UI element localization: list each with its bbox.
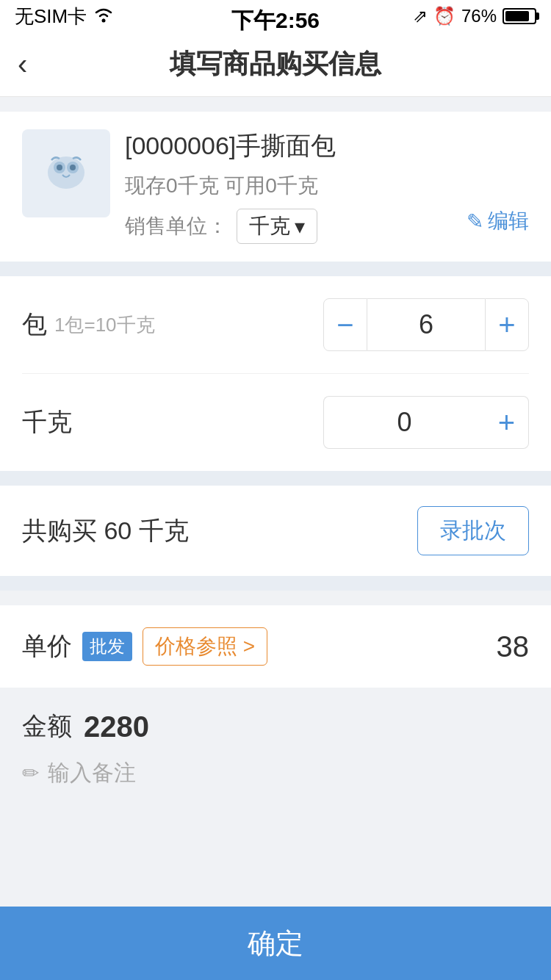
battery-percent: 76% — [461, 6, 497, 26]
price-ref-button[interactable]: 价格参照 > — [143, 627, 267, 666]
product-name: [0000006]手撕面包 — [125, 129, 529, 163]
section-divider-1 — [0, 262, 551, 276]
price-label: 单价 — [22, 630, 72, 663]
carrier-text: 无SIM卡 — [15, 4, 87, 29]
edit-label: 编辑 — [488, 207, 529, 235]
kg-label: 千克 — [22, 406, 72, 439]
unit-selector[interactable]: 千克 ▾ — [237, 209, 317, 244]
price-tag: 批发 — [82, 632, 132, 661]
kg-qty-input[interactable] — [323, 396, 485, 449]
package-plus-button[interactable]: + — [485, 298, 529, 351]
note-placeholder: 输入备注 — [48, 758, 136, 788]
alarm-icon: ⏰ — [433, 6, 455, 26]
unit-label: 销售单位： — [125, 212, 228, 240]
edit-button[interactable]: ✎ 编辑 — [467, 207, 529, 235]
package-minus-button[interactable]: − — [323, 298, 367, 351]
battery-icon — [503, 8, 536, 24]
product-card: [0000006]手撕面包 现存0千克 可用0千克 销售单位： 千克 ▾ ✎ 编… — [0, 112, 551, 262]
amount-section: 金额 2280 ✏ 输入备注 — [0, 688, 551, 803]
page-title: 填写商品购买信息 — [170, 46, 381, 82]
price-section: 单价 批发 价格参照 > 38 — [0, 605, 551, 688]
owl-icon — [40, 147, 92, 200]
status-bar: 无SIM卡 下午2:56 ⇗ ⏰ 76% — [0, 0, 551, 32]
package-label: 包 1包=10千克 — [22, 308, 155, 342]
pencil-icon: ✏ — [22, 761, 39, 785]
package-qty-control: − + — [323, 298, 529, 351]
svg-point-5 — [70, 165, 76, 170]
batch-button[interactable]: 录批次 — [417, 506, 529, 555]
confirm-bar[interactable]: 确定 — [0, 907, 551, 980]
total-text: 共购买 60 千克 — [22, 514, 189, 548]
kg-label-text: 千克 — [22, 406, 72, 439]
svg-point-1 — [48, 156, 84, 189]
amount-row: 金额 2280 — [22, 710, 529, 743]
dropdown-icon: ▾ — [295, 215, 305, 239]
product-image — [22, 129, 110, 217]
confirm-text: 确定 — [248, 925, 303, 962]
edit-icon: ✎ — [467, 209, 483, 234]
package-sub-text: 1包=10千克 — [54, 312, 155, 338]
amount-value: 2280 — [84, 710, 149, 743]
price-left: 单价 批发 价格参照 > — [22, 627, 267, 666]
kg-qty-control: + — [323, 396, 529, 449]
section-divider-3 — [0, 576, 551, 591]
status-right: ⇗ ⏰ 76% — [413, 6, 536, 26]
package-input-row: 包 1包=10千克 − + — [22, 276, 529, 374]
svg-point-0 — [102, 18, 106, 22]
status-left: 无SIM卡 — [15, 4, 115, 29]
package-label-text: 包 — [22, 308, 47, 342]
back-button[interactable]: ‹ — [18, 48, 27, 81]
unit-value: 千克 — [249, 212, 290, 240]
wifi-icon — [93, 5, 115, 28]
time-display: 下午2:56 — [231, 6, 320, 36]
product-stock: 现存0千克 可用0千克 — [125, 172, 529, 200]
kg-plus-button[interactable]: + — [485, 396, 529, 449]
total-row: 共购买 60 千克 录批次 — [0, 486, 551, 576]
note-row[interactable]: ✏ 输入备注 — [22, 758, 529, 788]
amount-label: 金额 — [22, 710, 72, 743]
svg-point-4 — [57, 165, 62, 170]
package-qty-input[interactable] — [367, 298, 485, 351]
location-icon: ⇗ — [413, 6, 428, 26]
nav-bar: ‹ 填写商品购买信息 — [0, 32, 551, 97]
kg-input-row: 千克 + — [22, 374, 529, 471]
price-value: 38 — [497, 630, 530, 663]
price-row: 单价 批发 价格参照 > 38 — [22, 627, 529, 666]
input-section: 包 1包=10千克 − + 千克 + — [0, 276, 551, 471]
section-divider-2 — [0, 471, 551, 486]
